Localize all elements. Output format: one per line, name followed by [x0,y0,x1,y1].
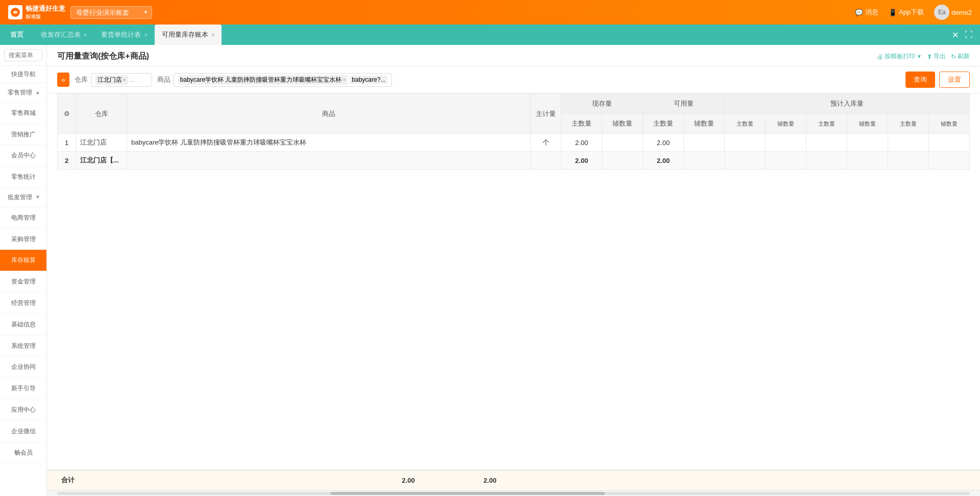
sidebar-item-marketing[interactable]: 营销推广 [0,124,46,146]
refresh-btn[interactable]: ↻ 刷新 [951,52,970,61]
sidebar-item-vip[interactable]: 畅会员 [0,442,46,464]
tab-available-stock[interactable]: 可用量库存账本 × [155,25,222,45]
sidebar-item-tutorial[interactable]: 新手引导 [0,378,46,399]
th-production-main: 主数量 [888,114,929,134]
sidebar-item-app-center[interactable]: 应用中心 [0,399,46,421]
search-input[interactable] [4,49,42,61]
query-btn[interactable]: 查询 [905,72,935,88]
sidebar-item-retail-mgmt[interactable]: 零售管理 ▲ [0,83,46,103]
tab-order-stats[interactable]: 要货单统计表 × [94,25,154,45]
scroll-bar-area[interactable] [47,490,980,496]
page-title: 可用量查询(按仓库+商品) [57,51,149,62]
th-available-group: 可用量 [643,94,725,114]
th-production-aux: 辅数量 [929,114,970,134]
sidebar-item-member-label: 会员中心 [11,151,36,160]
sidebar-item-retail-mgmt-arrow: ▲ [35,89,40,96]
sidebar-item-member[interactable]: 会员中心 [0,145,46,167]
enterprise-select[interactable]: 母婴行业演示账套 [70,6,152,19]
tab-expand-icon[interactable]: ⛶ [963,28,975,41]
sidebar-item-wholesale-label: 批发管理 [6,193,33,202]
cell-incoming-aux [847,134,888,152]
filter-warehouse-tagbox[interactable]: 江北门店 × ... [91,73,152,87]
scroll-bar-thumb[interactable] [331,492,604,495]
sidebar-item-retail-mall[interactable]: 零售商城 [0,103,46,124]
sidebar-item-wholesale-arrow: ▼ [35,194,40,201]
th-stock-main: 主数量 [561,114,602,134]
cell-unit [531,152,561,170]
sidebar-item-basic-info[interactable]: 基础信息 [0,314,46,336]
sidebar-nav-btn[interactable]: 快捷导航 [0,66,46,83]
scroll-bar-track[interactable] [57,492,970,495]
cell-warehouse: 江北门店 [76,134,127,152]
export-btn[interactable]: ⬆ 导出 [927,52,946,61]
cell-product: babycare学饮杯 儿童防摔防撞吸管杯重力球吸嘴杯宝宝水杯 [127,134,531,152]
export-label: 导出 [934,52,946,61]
print-btn[interactable]: 🖨 按模板打印 ▼ [877,52,922,61]
sidebar-item-operations[interactable]: 经营管理 [0,293,46,314]
print-label: 按模板打印 [885,52,915,61]
filter-product-label: 商品 [157,75,170,84]
tab-available-stock-close[interactable]: × [211,32,214,38]
cell-warehouse: 江北门店【... [76,152,127,170]
tab-bar: 首页 收发存汇总表 × 要货单统计表 × 可用量库存账本 × ✕ ⛶ [0,25,980,45]
filter-warehouse-tag-text: 江北门店 [97,76,122,84]
th-gear[interactable]: ⚙ [58,94,76,134]
th-avail-main: 主数量 [643,114,684,134]
footer-total: 合计 2.00 2.00 [47,469,980,490]
message-label: 消息 [865,8,878,17]
page-header: 可用量查询(按仓库+商品) 🖨 按模板打印 ▼ ⬆ 导出 ↻ 刷新 [47,45,980,66]
table-row: 1 江北门店 babycare学饮杯 儿童防摔防撞吸管杯重力球吸嘴杯宝宝水杯 个… [58,134,970,152]
app-download-btn[interactable]: 📱 App下载 [889,8,924,17]
th-warehouse: 仓库 [76,94,127,134]
tab-bar-right: ✕ ⛶ [950,28,980,42]
message-btn[interactable]: 💬 消息 [855,8,878,17]
sidebar-item-enterprise-collab-label: 企业协同 [11,363,36,371]
cell-avail-main: 2.00 [643,152,684,170]
sidebar: 快捷导航 零售管理 ▲ 零售商城 营销推广 会员中心 零售统计 批发管理 ▼ 电… [0,45,47,496]
tab-stock-summary[interactable]: 收发存汇总表 × [34,25,94,45]
filter-product-tag1-close[interactable]: × [343,77,346,83]
sidebar-search[interactable] [0,45,46,66]
setting-btn[interactable]: 设置 [939,72,970,88]
filter-warehouse-tag-close[interactable]: × [123,77,126,83]
sidebar-item-purchase[interactable]: 采购管理 [0,229,46,250]
cell-stock-aux [602,134,643,152]
tab-order-stats-close[interactable]: × [144,32,147,38]
sidebar-item-inventory[interactable]: 库存核算 [0,250,46,271]
user-menu[interactable]: Ea demo2 [934,5,972,20]
th-avail-aux: 辅数量 [684,114,725,134]
app-label: App下载 [899,8,924,17]
filter-warehouse-field: 仓库 江北门店 × ... [75,73,152,87]
cell-production-main [888,152,929,170]
cell-purchase-main [725,152,766,170]
cell-index: 2 [58,152,76,170]
enterprise-select-wrap[interactable]: 母婴行业演示账套 [70,6,152,19]
tab-home[interactable]: 首页 [0,25,34,45]
sidebar-item-system[interactable]: 系统管理 [0,336,46,357]
filter-product-tag2: babycare?... [350,76,387,84]
filter-product-tag1-text: babycare学饮杯 儿童防摔防撞吸管杯重力球吸嘴杯宝宝水杯 [180,76,342,84]
filter-warehouse-more[interactable]: ... [130,76,135,83]
filter-warehouse-label: 仓库 [75,75,88,84]
sidebar-item-wechat[interactable]: 企业微信 [0,421,46,442]
sidebar-item-inventory-label: 库存核算 [11,256,36,265]
filter-product-tagbox[interactable]: babycare学饮杯 儿童防摔防撞吸管杯重力球吸嘴杯宝宝水杯 × babyca… [174,73,393,87]
filter-toggle-btn[interactable]: » [57,73,69,87]
sidebar-item-ecommerce[interactable]: 电商管理 [0,207,46,229]
sidebar-item-finance[interactable]: 资金管理 [0,271,46,293]
cell-production-aux [929,134,970,152]
tab-stock-summary-close[interactable]: × [84,32,87,38]
tab-close-all-icon[interactable]: ✕ [950,28,961,42]
th-unit: 主计量 [531,94,561,134]
cell-purchase-aux [766,152,806,170]
sidebar-item-retail-mgmt-label: 零售管理 [6,88,33,97]
sidebar-item-retail-stats[interactable]: 零售统计 [0,167,46,188]
filter-warehouse-tag: 江北门店 × [95,75,128,85]
sidebar-item-wholesale[interactable]: 批发管理 ▼ [0,188,46,207]
cell-unit: 个 [531,134,561,152]
app-icon: 📱 [889,9,897,16]
sidebar-item-enterprise-collab[interactable]: 企业协同 [0,357,46,378]
sidebar-item-retail-stats-label: 零售统计 [11,173,36,181]
top-bar-left: 畅捷通好生意 标准版 母婴行业演示账套 [8,4,152,20]
tab-stock-summary-label: 收发存汇总表 [41,30,81,39]
